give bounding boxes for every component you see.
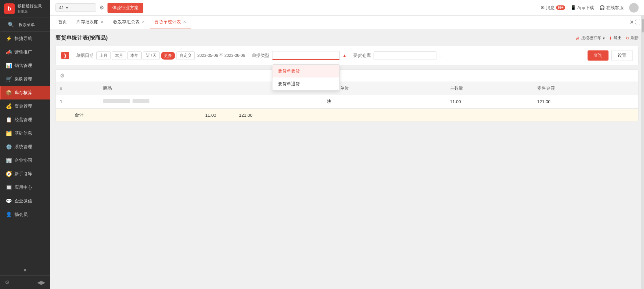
tabs-expand-icon[interactable]: ⛶: [635, 19, 641, 25]
message-icon: ✉: [541, 5, 545, 10]
cell-product: [99, 95, 323, 108]
export-label: 导出: [614, 35, 622, 41]
sidebar-item-apps[interactable]: 🔲 应用中心: [0, 181, 50, 194]
footer-quantity: 11.00: [201, 113, 235, 118]
sidebar-item-finance[interactable]: 💰 资金管理: [0, 99, 50, 113]
query-button[interactable]: 查询: [588, 50, 609, 61]
dropdown-item-order-goods[interactable]: 要货单要货: [272, 65, 339, 77]
dropdown-item-order-return[interactable]: 要货单退货: [272, 77, 339, 90]
logo-icon: b: [4, 3, 15, 14]
sidebar-item-purchase[interactable]: 🛒 采购管理: [0, 72, 50, 86]
tab-receivable-summary-label: 收发存汇总表: [113, 19, 140, 25]
nav-label-operations: 经营管理: [15, 117, 32, 123]
date-more-btn[interactable]: 更多: [161, 52, 175, 60]
sidebar-item-quick-nav[interactable]: ⚡ 快捷导航: [0, 32, 50, 45]
date-this-month-btn[interactable]: 本月: [112, 51, 126, 60]
sidebar-item-guide[interactable]: 🧭 新手引导: [0, 167, 50, 181]
tab-receivable-summary-close-icon[interactable]: ✕: [142, 20, 145, 24]
tab-inventory-batch-close-icon[interactable]: ✕: [100, 20, 104, 24]
nav-label-member: 畅会员: [15, 212, 28, 218]
sidebar-search-label: 搜索菜单: [19, 22, 35, 28]
table-column-settings-icon[interactable]: ⚙: [60, 72, 65, 79]
sidebar-item-system[interactable]: ⚙️ 系统管理: [0, 140, 50, 154]
operations-icon: 📋: [6, 117, 12, 123]
tab-order-summary-close-icon[interactable]: ✕: [183, 20, 186, 24]
sidebar-bottom: ⚙ ◀▶: [0, 275, 50, 289]
topbar-gear-icon[interactable]: ⚙: [99, 4, 104, 11]
sidebar-item-sales[interactable]: 📊 销售管理: [0, 59, 50, 72]
sidebar-item-member[interactable]: 👤 畅会员: [0, 208, 50, 221]
page-header: 要货单统计表(按商品) 🖨 按模板打印 ▾ ⬇ 导出 ↻ 刷新: [55, 35, 639, 42]
sidebar-item-operations[interactable]: 📋 经营管理: [0, 113, 50, 127]
marketing-icon: 📣: [6, 49, 12, 55]
tab-receivable-summary[interactable]: 收发存汇总表 ✕: [109, 16, 150, 28]
data-table: # 商品 主计量单位 主数量 零售金额 1 块: [56, 82, 638, 108]
sidebar-item-weixin[interactable]: 💬 企业微信: [0, 194, 50, 208]
sidebar-item-enterprise[interactable]: 🏢 企业协同: [0, 154, 50, 167]
filter-settings-button[interactable]: 设置: [611, 50, 633, 61]
sidebar-item-inventory[interactable]: 📦 库存核算: [0, 86, 50, 99]
refresh-icon: ↻: [626, 36, 629, 41]
member-icon: 👤: [6, 212, 12, 218]
print-button[interactable]: 🖨 按模板打印 ▾: [576, 35, 605, 41]
cell-unit: 块: [323, 95, 446, 108]
filter-expand[interactable]: ❯: [61, 52, 69, 59]
type-selector: ▲: [272, 51, 347, 60]
tab-inventory-batch[interactable]: 库存批次账 ✕: [72, 16, 109, 28]
filter-row: ❯ 单据日期 上月 本月 本年 近7天 更多 自定义 2023-05-06 至 …: [61, 50, 633, 61]
type-filter-input[interactable]: [272, 51, 340, 60]
topbar-right: ✉ 消息 99+ 📱 App下载 🎧 在线客服: [541, 3, 639, 13]
date-custom-btn[interactable]: 自定义: [176, 51, 195, 60]
filter-collapse-icon[interactable]: ❯: [61, 52, 69, 59]
export-icon: ⬇: [609, 36, 612, 41]
date-7days-btn[interactable]: 近7天: [143, 51, 160, 60]
tabs-close-all-icon[interactable]: ✕: [629, 19, 634, 25]
warehouse-more-icon[interactable]: ···: [439, 53, 443, 58]
tab-order-summary-label: 要货单统计表: [154, 19, 181, 25]
store-selector[interactable]: 41 ▾: [55, 3, 96, 12]
date-this-year-btn[interactable]: 本年: [127, 51, 142, 60]
tab-order-summary[interactable]: 要货单统计表 ✕: [150, 16, 191, 28]
col-unit: 主计量单位: [323, 82, 446, 95]
finance-icon: 💰: [6, 103, 12, 109]
sales-icon: 📊: [6, 63, 12, 69]
trial-button[interactable]: 体验行业方案: [108, 3, 143, 13]
tab-home[interactable]: 首页: [53, 16, 72, 28]
warehouse-filter-group: 要货仓库 ···: [353, 51, 443, 60]
date-last-month-btn[interactable]: 上月: [96, 51, 111, 60]
warehouse-filter-input[interactable]: [374, 51, 436, 60]
footer-total-label: 合计: [75, 112, 84, 118]
topbar-left: 41 ▾ ⚙ 体验行业方案: [55, 3, 541, 13]
type-dropdown-up-icon[interactable]: ▲: [342, 53, 347, 58]
collapse-icon[interactable]: ◀▶: [37, 279, 45, 286]
nav-label-purchase: 采购管理: [15, 76, 32, 82]
search-icon: 🔍: [8, 22, 14, 28]
nav-label-marketing: 营销推广: [15, 49, 32, 55]
print-label: 按模板打印: [581, 35, 601, 41]
settings-icon[interactable]: ⚙: [5, 279, 9, 286]
sidebar-item-marketing[interactable]: 📣 营销推广: [0, 45, 50, 59]
message-item[interactable]: ✉ 消息 99+: [541, 5, 565, 11]
right-scrollbar[interactable]: [641, 16, 644, 289]
service-icon: 🎧: [599, 5, 605, 10]
sidebar-item-base[interactable]: 🗂️ 基础信息: [0, 127, 50, 140]
app-download-item[interactable]: 📱 App下载: [571, 5, 594, 11]
avatar[interactable]: [629, 3, 639, 13]
date-range-text: 2023-05-06 至 2023-06-06: [197, 53, 245, 59]
app-download-label: App下载: [577, 5, 594, 11]
table-header-row: # 商品 主计量单位 主数量 零售金额: [56, 82, 638, 95]
tab-inventory-batch-label: 库存批次账: [76, 19, 98, 25]
cell-num: 1: [56, 95, 99, 108]
online-service-item[interactable]: 🎧 在线客服: [599, 5, 624, 11]
scrollbar-thumb: [642, 19, 644, 32]
export-button[interactable]: ⬇ 导出: [609, 35, 622, 41]
sidebar-search[interactable]: 🔍 搜索菜单: [0, 18, 50, 32]
message-badge: 99+: [556, 5, 565, 10]
guide-icon: 🧭: [6, 171, 12, 177]
refresh-label: 刷新: [630, 35, 639, 41]
nav-label-system: 系统管理: [15, 144, 32, 150]
sidebar-scroll-down[interactable]: ▾: [0, 265, 50, 275]
type-filter-label: 单据类型: [252, 52, 269, 59]
logo-sub: 标准版: [18, 9, 42, 14]
refresh-button[interactable]: ↻ 刷新: [626, 35, 639, 41]
